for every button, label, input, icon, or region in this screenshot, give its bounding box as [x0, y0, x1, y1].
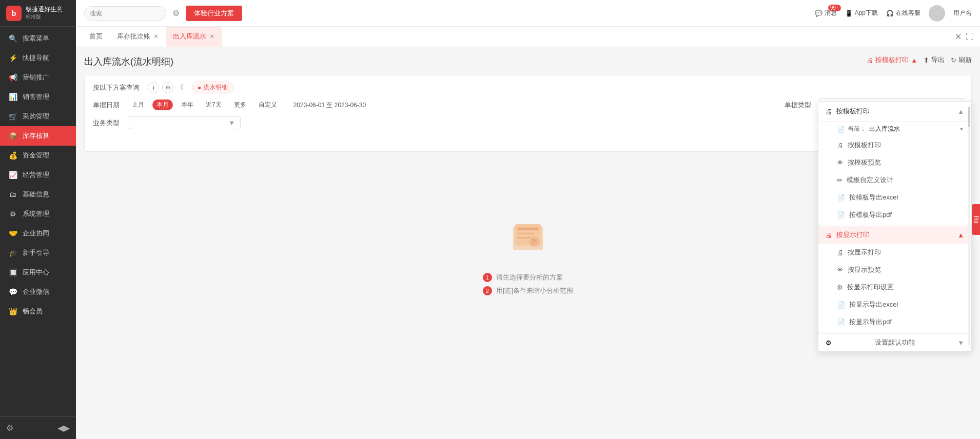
display-excel-icon: 📄	[837, 301, 845, 309]
sidebar-item-apps[interactable]: 🔲 应用中心	[0, 263, 76, 282]
tab-home-label: 首页	[89, 32, 103, 41]
biz-type-select[interactable]: ▼	[128, 116, 241, 129]
display-preview-label: 按显示预览	[848, 265, 881, 274]
dropdown-item-display-print[interactable]: 🖨 按显示打印	[818, 244, 971, 261]
dropdown-scrollbar-thumb	[968, 107, 970, 127]
date-label: 单据日期	[93, 101, 120, 110]
date-prev-month-btn[interactable]: 上月	[128, 99, 148, 110]
dropdown-scrollbar-track	[968, 107, 970, 346]
dropdown-header-left: 🖨 按模板打印	[826, 107, 870, 116]
sidebar-collapse-icon[interactable]: ◀▶	[57, 423, 70, 433]
industry-btn[interactable]: 体验行业方案	[186, 6, 242, 21]
svg-text:?: ?	[532, 238, 536, 245]
current-arrow-icon: ▼	[959, 126, 964, 132]
tabs-bar: 首页 库存批次账 ✕ 出入库流水 ✕ ✕ ⛶	[76, 27, 980, 47]
tip-1-text: 请先选择要分析的方案	[496, 273, 563, 282]
tab-flow[interactable]: 出入库流水 ✕	[166, 27, 222, 47]
dropdown-item-display-pdf[interactable]: 📄 按显示导出pdf	[818, 313, 971, 331]
dropdown-current: 📄 当前： 出入库流水 ▼	[818, 122, 971, 136]
display-settings-label: 按显示打印设置	[847, 283, 894, 292]
template-preview-icon: 👁	[837, 159, 844, 167]
filter-setting-btn[interactable]: ⚙	[162, 82, 173, 93]
dropdown-header[interactable]: 🖨 按模板打印 ▲	[818, 102, 971, 122]
refresh-btn[interactable]: ↻ 刷新	[951, 55, 972, 65]
sidebar-icon-guide: 🎓	[8, 248, 17, 257]
footer-settings-icon: ⚙	[826, 339, 832, 347]
sidebar-item-member[interactable]: 👑 畅会员	[0, 302, 76, 321]
empty-tip-1: 1 请先选择要分析的方案	[483, 273, 573, 282]
username-label[interactable]: 用户名	[953, 9, 972, 17]
sidebar-item-wechat[interactable]: 💬 企业微信	[0, 282, 76, 302]
sidebar-item-finance[interactable]: 💰 资金管理	[0, 146, 76, 165]
topbar-message[interactable]: 💬 消息 99+	[815, 9, 837, 17]
filter-tag-label: 流水明细	[203, 83, 228, 92]
dropdown-item-display-excel[interactable]: 📄 按显示导出excel	[818, 296, 971, 313]
sidebar-label-shortcut: 快捷导航	[23, 53, 49, 63]
active-filter-tag[interactable]: ● 流水明细	[192, 82, 233, 93]
date-current-year-btn[interactable]: 本年	[177, 99, 198, 110]
date-custom-btn[interactable]: 自定义	[254, 99, 281, 110]
dropdown-item-template-preview[interactable]: 👁 按模板预览	[818, 154, 971, 171]
filter-actions: + ⚙ 《	[148, 82, 184, 93]
dropdown-item-template-print[interactable]: 🖨 按模板打印	[818, 136, 971, 154]
display-print-label: 按显示打印	[848, 248, 881, 257]
tab-batch-close[interactable]: ✕	[153, 33, 159, 40]
tab-flow-close[interactable]: ✕	[209, 33, 214, 40]
service-label: 在线客服	[896, 9, 920, 17]
filter-add-btn[interactable]: +	[148, 82, 159, 93]
refresh-label: 刷新	[958, 55, 972, 65]
print-header-icon: 🖨	[826, 108, 832, 115]
topbar: ⚙ 体验行业方案 💬 消息 99+ 📱 App下载 🎧 在线客服 用户名	[76, 0, 980, 27]
top-actions: 🖨 按模板打印 ▲ ⬆ 导出 ↻ 刷新	[867, 55, 972, 65]
sidebar-item-enterprise[interactable]: 🤝 企业协同	[0, 224, 76, 243]
app-download-label: App下载	[855, 9, 878, 17]
message-icon: 💬	[815, 10, 822, 17]
phone-icon: 📱	[845, 10, 853, 17]
dropdown-footer[interactable]: ⚙ 设置默认功能 ▼	[818, 333, 971, 351]
sidebar-bottom: ⚙ ◀▶	[0, 416, 76, 439]
sidebar-item-basic[interactable]: 🗂 基础信息	[0, 185, 76, 204]
user-avatar[interactable]	[929, 5, 945, 22]
sidebar-item-search[interactable]: 🔍 搜索菜单	[0, 29, 76, 48]
dropdown-item-template-excel[interactable]: 📄 按模板导出excel	[818, 189, 971, 206]
tab-home[interactable]: 首页	[82, 27, 110, 47]
dropdown-item-display-preview[interactable]: 👁 按显示预览	[818, 261, 971, 278]
export-btn[interactable]: ⬆ 导出	[924, 55, 945, 65]
topbar-gear-icon[interactable]: ⚙	[172, 8, 180, 18]
dropdown-section2-header[interactable]: 🖨 按显示打印 ▲	[818, 226, 971, 244]
tab-close-all-btn[interactable]: ✕	[955, 32, 962, 42]
sidebar-item-operation[interactable]: 📈 经营管理	[0, 165, 76, 185]
tab-batch[interactable]: 库存批次账 ✕	[110, 27, 166, 47]
filter-collapse-btn[interactable]: 《	[177, 83, 184, 92]
tip-2-num: 2	[483, 286, 492, 295]
dropdown-divider	[818, 225, 971, 225]
sidebar-item-purchase[interactable]: 🛒 采购管理	[0, 107, 76, 126]
sidebar-item-inventory[interactable]: 📦 库存核算	[0, 126, 76, 146]
sidebar-item-system[interactable]: ⚙ 系统管理	[0, 204, 76, 224]
date-current-month-btn[interactable]: 本月	[152, 99, 173, 110]
sidebar-item-marketing[interactable]: 📢 营销推广	[0, 68, 76, 87]
refresh-icon: ↻	[951, 56, 956, 64]
svg-rect-3	[517, 233, 534, 234]
message-badge: 99+	[828, 5, 841, 11]
search-input[interactable]	[84, 6, 166, 21]
sidebar-settings-icon[interactable]: ⚙	[6, 423, 13, 433]
filter-tag-dot: ●	[198, 84, 201, 91]
sidebar-item-sales[interactable]: 📊 销售管理	[0, 87, 76, 107]
dropdown-item-template-pdf[interactable]: 📄 按模板导出pdf	[818, 206, 971, 224]
topbar-online-service[interactable]: 🎧 在线客服	[886, 9, 920, 17]
sidebar-item-shortcut[interactable]: ⚡ 快捷导航	[0, 48, 76, 68]
sidebar-icon-finance: 💰	[8, 151, 17, 160]
topbar-app-download[interactable]: 📱 App下载	[845, 9, 878, 17]
sidebar-label-guide: 新手引导	[23, 248, 49, 257]
dropdown-item-template-custom[interactable]: ✏ 模板自定义设计	[818, 171, 971, 189]
date-more-btn[interactable]: 更多	[230, 99, 250, 110]
dropdown-item-display-settings[interactable]: ⚙ 按显示打印设置	[818, 278, 971, 296]
right-edge-btn[interactable]: Rit	[972, 204, 980, 235]
date-7days-btn[interactable]: 近7天	[202, 99, 226, 110]
tab-expand-btn[interactable]: ⛶	[966, 32, 974, 42]
dropdown-header-chevron-icon: ▲	[957, 108, 964, 115]
biz-type-label: 业务类型	[93, 118, 120, 128]
sidebar-item-guide[interactable]: 🎓 新手引导	[0, 243, 76, 263]
print-btn[interactable]: 🖨 按模板打印 ▲	[867, 55, 917, 65]
